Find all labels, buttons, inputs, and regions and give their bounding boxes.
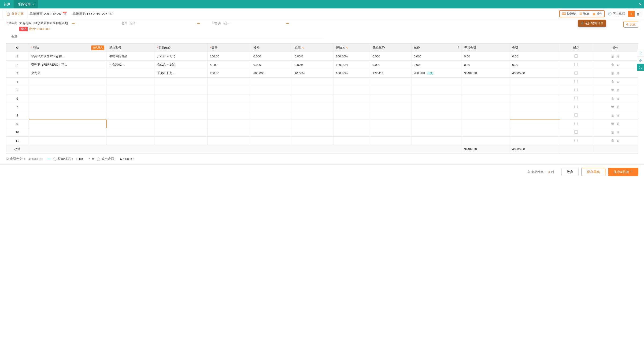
- cell-quote[interactable]: 0.000: [251, 52, 292, 61]
- cell-discount[interactable]: [334, 77, 370, 86]
- more-icon[interactable]: •••: [197, 22, 200, 25]
- warehouse-field[interactable]: 仓库 选择... •••: [116, 21, 200, 25]
- window-close-icon[interactable]: ×: [639, 0, 642, 9]
- delete-row-icon[interactable]: 🗑: [611, 72, 614, 75]
- cell-qty[interactable]: [208, 86, 251, 94]
- cell-tax[interactable]: [292, 136, 334, 145]
- rail-expand-icon[interactable]: ⛶: [637, 64, 644, 71]
- add-row-icon[interactable]: ⊕: [617, 88, 620, 92]
- delete-row-icon[interactable]: 🗑: [611, 55, 614, 58]
- cell-notax-amt[interactable]: [462, 111, 510, 120]
- cell-unitprice[interactable]: 0.000: [411, 61, 462, 69]
- cell-notax-amt[interactable]: [462, 94, 510, 103]
- table-row[interactable]: 3火龙果千克(1千克 ...200.00200.00016.00%100.00%…: [6, 69, 638, 77]
- cell-qty[interactable]: [208, 94, 251, 103]
- delete-row-icon[interactable]: 🗑: [611, 122, 614, 126]
- cell-product[interactable]: 华美华夫软饼1200g 糕...: [29, 52, 107, 61]
- cell-unitprice[interactable]: [411, 120, 462, 128]
- cell-unitprice[interactable]: [411, 128, 462, 136]
- select-order-link[interactable]: ☰选单: [579, 12, 589, 16]
- cell-product[interactable]: [29, 111, 107, 120]
- salesman-field[interactable]: 业务员 选择... •••: [209, 21, 289, 25]
- remark-input[interactable]: [19, 34, 324, 39]
- cell-unitprice[interactable]: [411, 86, 462, 94]
- total-discount[interactable]: 0.00: [76, 157, 83, 161]
- scan-badge[interactable]: 扫码录入: [91, 46, 104, 50]
- calendar-icon[interactable]: 📅: [62, 12, 67, 16]
- cell-tax[interactable]: 0.00%: [292, 61, 334, 69]
- cell-qty[interactable]: 50.00: [208, 61, 251, 69]
- close-icon[interactable]: ×: [33, 3, 34, 6]
- cell-notax-unit[interactable]: [370, 86, 411, 94]
- cell-notax-unit[interactable]: [370, 128, 411, 136]
- operate-link[interactable]: ▦操作: [592, 12, 602, 16]
- gift-checkbox[interactable]: [574, 88, 578, 91]
- cell-notax-unit[interactable]: 0.000: [370, 52, 411, 61]
- cell-product[interactable]: [29, 128, 107, 136]
- cell-tax[interactable]: 16.00%: [292, 69, 334, 77]
- select-sales-order-button[interactable]: ☰ 选择销售订单: [578, 20, 606, 27]
- cell-tax[interactable]: [292, 103, 334, 111]
- cell-spec[interactable]: [106, 103, 154, 111]
- cell-product[interactable]: 火龙果: [29, 69, 107, 77]
- cell-product[interactable]: [29, 77, 107, 86]
- cell-tax[interactable]: [292, 86, 334, 94]
- cell-amount[interactable]: [510, 120, 560, 128]
- cell-tax[interactable]: [292, 94, 334, 103]
- cell-quote[interactable]: [251, 103, 292, 111]
- more-icon[interactable]: •••: [72, 22, 76, 25]
- table-row[interactable]: 2费列罗（FERRERO）巧...礼盒装01-...盒(1盒 = 1盒)50.0…: [6, 61, 638, 69]
- table-row[interactable]: 4🗑⊕: [6, 77, 638, 86]
- cell-amount[interactable]: [510, 77, 560, 86]
- cell-quote[interactable]: [251, 77, 292, 86]
- cell-unit[interactable]: 千克(1千克 ...: [155, 69, 208, 77]
- gift-checkbox[interactable]: [574, 130, 578, 134]
- cell-quote[interactable]: [251, 136, 292, 145]
- gift-checkbox[interactable]: [574, 80, 578, 83]
- cell-discount[interactable]: [334, 103, 370, 111]
- cell-amount[interactable]: [510, 103, 560, 111]
- cell-notax-unit[interactable]: [370, 111, 411, 120]
- cell-notax-amt[interactable]: [462, 120, 510, 128]
- edit-icon[interactable]: ✎: [346, 46, 348, 50]
- cell-quote[interactable]: 0.000: [251, 61, 292, 69]
- cell-discount[interactable]: 100.00%: [334, 69, 370, 77]
- cell-notax-unit[interactable]: 172.414: [370, 69, 411, 77]
- delete-row-icon[interactable]: 🗑: [611, 139, 614, 143]
- cell-amount[interactable]: [510, 111, 560, 120]
- delete-row-icon[interactable]: 🗑: [611, 88, 614, 92]
- cell-amount[interactable]: 40000.00: [510, 69, 560, 77]
- cell-notax-unit[interactable]: [370, 103, 411, 111]
- cell-notax-amt[interactable]: 0.00: [462, 61, 510, 69]
- cell-gift[interactable]: [560, 61, 592, 69]
- add-row-icon[interactable]: ⊕: [617, 131, 620, 134]
- cell-discount[interactable]: [334, 136, 370, 145]
- cell-unit[interactable]: [155, 136, 208, 145]
- cell-notax-amt[interactable]: [462, 136, 510, 145]
- gift-checkbox[interactable]: [574, 139, 578, 142]
- cell-spec[interactable]: [106, 86, 154, 94]
- shortcut-link[interactable]: ⌨快捷键: [562, 12, 576, 16]
- cell-product[interactable]: [29, 136, 107, 145]
- supplier-field[interactable]: *供应商 大连花园口经济区景和水果种植基地 •••: [6, 21, 106, 25]
- delete-row-icon[interactable]: 🗑: [611, 63, 614, 67]
- table-row[interactable]: 10🗑⊕: [6, 128, 638, 136]
- cell-amount[interactable]: [510, 128, 560, 136]
- cell-qty[interactable]: [208, 103, 251, 111]
- edit-icon[interactable]: ✎: [302, 46, 304, 50]
- cell-spec[interactable]: [106, 120, 154, 128]
- cell-tax[interactable]: [292, 77, 334, 86]
- add-row-icon[interactable]: ⊕: [617, 139, 620, 143]
- add-row-icon[interactable]: ⊕: [617, 122, 620, 126]
- gift-checkbox[interactable]: [574, 54, 578, 58]
- gift-checkbox[interactable]: [574, 113, 578, 117]
- cell-unit[interactable]: [155, 86, 208, 94]
- cell-notax-amt[interactable]: [462, 86, 510, 94]
- cell-notax-amt[interactable]: 34482.76: [462, 69, 510, 77]
- delete-row-icon[interactable]: 🗑: [611, 97, 614, 100]
- cell-discount[interactable]: [334, 86, 370, 94]
- table-row[interactable]: 5🗑⊕: [6, 86, 638, 94]
- cell-gift[interactable]: [560, 136, 592, 145]
- cell-notax-unit[interactable]: [370, 120, 411, 128]
- gift-checkbox[interactable]: [574, 97, 578, 100]
